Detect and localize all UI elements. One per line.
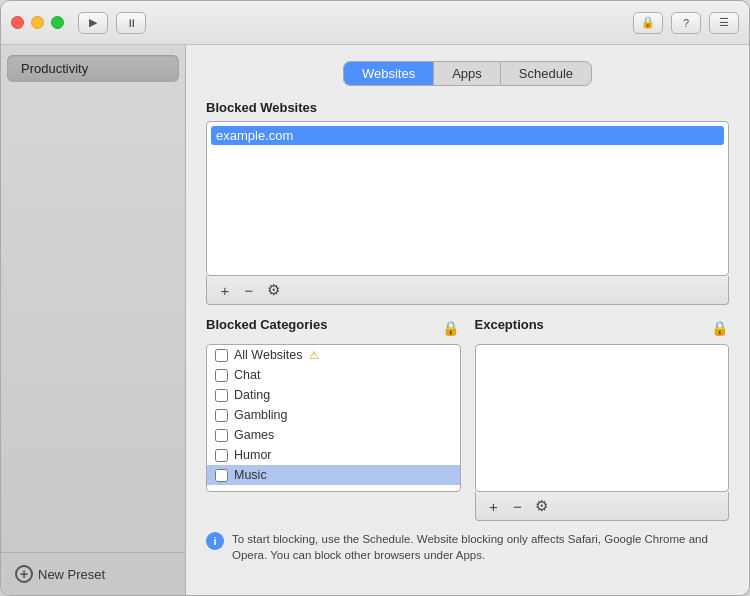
tab-apps[interactable]: Apps bbox=[434, 62, 501, 85]
menu-button[interactable]: ☰ bbox=[709, 12, 739, 34]
lock-icon: 🔒 bbox=[641, 16, 655, 29]
add-preset-icon: + bbox=[15, 565, 33, 583]
exceptions-header: Exceptions 🔒 bbox=[475, 317, 730, 338]
close-button[interactable] bbox=[11, 16, 24, 29]
exceptions-col: Exceptions 🔒 + − ⚙ bbox=[475, 317, 730, 521]
remove-exception-button[interactable]: − bbox=[506, 496, 530, 516]
exceptions-list[interactable] bbox=[475, 344, 730, 492]
play-button[interactable]: ▶ bbox=[78, 12, 108, 34]
add-website-button[interactable]: + bbox=[213, 280, 237, 300]
minimize-button[interactable] bbox=[31, 16, 44, 29]
pause-icon: ⏸ bbox=[126, 17, 137, 29]
titlebar-controls: ▶ ⏸ bbox=[78, 12, 146, 34]
tabs-container: Websites Apps Schedule bbox=[206, 61, 729, 86]
sidebar-item-productivity[interactable]: Productivity bbox=[7, 55, 179, 82]
games-checkbox[interactable] bbox=[215, 429, 228, 442]
info-text: To start blocking, use the Schedule. Web… bbox=[232, 531, 729, 563]
menu-icon: ☰ bbox=[719, 16, 729, 29]
main-window: ▶ ⏸ 🔒 ? ☰ Productivity bbox=[0, 0, 750, 596]
traffic-lights bbox=[11, 16, 64, 29]
pause-button[interactable]: ⏸ bbox=[116, 12, 146, 34]
settings-exception-button[interactable]: ⚙ bbox=[530, 496, 554, 516]
tab-schedule[interactable]: Schedule bbox=[501, 62, 591, 85]
blocked-categories-label: Blocked Categories bbox=[206, 317, 327, 332]
maximize-button[interactable] bbox=[51, 16, 64, 29]
help-icon: ? bbox=[683, 17, 689, 29]
category-item-chat[interactable]: Chat bbox=[207, 365, 460, 385]
category-item-gambling[interactable]: Gambling bbox=[207, 405, 460, 425]
exceptions-lock-icon[interactable]: 🔒 bbox=[709, 318, 729, 338]
info-icon: i bbox=[206, 532, 224, 550]
categories-lock-icon[interactable]: 🔒 bbox=[441, 318, 461, 338]
sidebar: Productivity + New Preset bbox=[1, 45, 186, 595]
titlebar-right: 🔒 ? ☰ bbox=[633, 12, 739, 34]
help-button[interactable]: ? bbox=[671, 12, 701, 34]
music-checkbox[interactable] bbox=[215, 469, 228, 482]
category-item-music[interactable]: Music bbox=[207, 465, 460, 485]
list-item[interactable]: example.com bbox=[211, 126, 724, 145]
tab-group: Websites Apps Schedule bbox=[343, 61, 592, 86]
tab-websites[interactable]: Websites bbox=[344, 62, 434, 85]
gambling-checkbox[interactable] bbox=[215, 409, 228, 422]
content-area: Websites Apps Schedule Blocked Websites … bbox=[186, 45, 749, 595]
category-item-dating[interactable]: Dating bbox=[207, 385, 460, 405]
category-item-humor[interactable]: Humor bbox=[207, 445, 460, 465]
category-item-games[interactable]: Games bbox=[207, 425, 460, 445]
chat-checkbox[interactable] bbox=[215, 369, 228, 382]
info-box: i To start blocking, use the Schedule. W… bbox=[206, 531, 729, 563]
dating-checkbox[interactable] bbox=[215, 389, 228, 402]
blocked-categories-header: Blocked Categories 🔒 bbox=[206, 317, 461, 338]
add-exception-button[interactable]: + bbox=[482, 496, 506, 516]
blocked-websites-label: Blocked Websites bbox=[206, 100, 729, 115]
humor-checkbox[interactable] bbox=[215, 449, 228, 462]
remove-website-button[interactable]: − bbox=[237, 280, 261, 300]
main-content: Productivity + New Preset Websites Apps bbox=[1, 45, 749, 595]
websites-toolbar: + − ⚙ bbox=[206, 276, 729, 305]
sidebar-bottom: + New Preset bbox=[1, 552, 185, 595]
warning-icon: ⚠ bbox=[309, 349, 319, 362]
new-preset-button[interactable]: + New Preset bbox=[15, 565, 171, 583]
titlebar: ▶ ⏸ 🔒 ? ☰ bbox=[1, 1, 749, 45]
exceptions-toolbar: + − ⚙ bbox=[475, 492, 730, 521]
lock-button[interactable]: 🔒 bbox=[633, 12, 663, 34]
play-icon: ▶ bbox=[89, 16, 97, 29]
bottom-columns: Blocked Categories 🔒 All Websites ⚠ Chat bbox=[206, 317, 729, 521]
categories-list: All Websites ⚠ Chat Dating bbox=[206, 344, 461, 492]
category-item-all-websites[interactable]: All Websites ⚠ bbox=[207, 345, 460, 365]
blocked-categories-col: Blocked Categories 🔒 All Websites ⚠ Chat bbox=[206, 317, 461, 521]
all-websites-checkbox[interactable] bbox=[215, 349, 228, 362]
blocked-websites-list[interactable]: example.com bbox=[206, 121, 729, 276]
exceptions-label: Exceptions bbox=[475, 317, 544, 332]
settings-website-button[interactable]: ⚙ bbox=[261, 280, 285, 300]
